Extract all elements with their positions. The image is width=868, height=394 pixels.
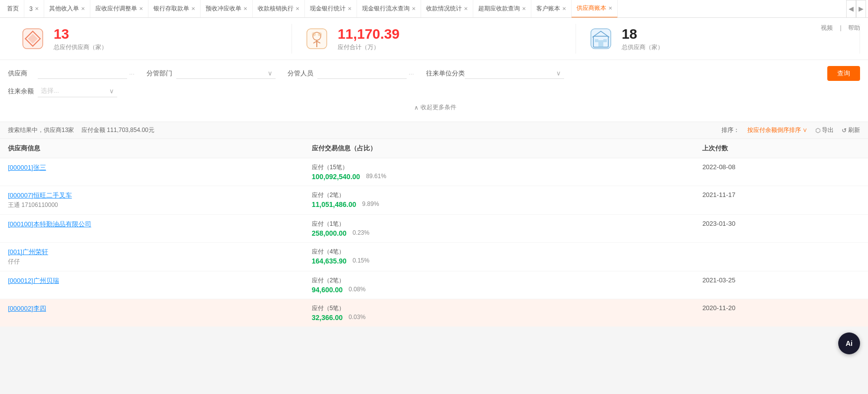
supplier-dots-icon[interactable]: ··· xyxy=(129,70,135,77)
right-actions: 排序： 按应付余额倒序排序 ∨ ⬡ 导出 ↺ 刷新 xyxy=(722,126,860,134)
person-input[interactable] xyxy=(317,68,407,79)
tx-amount[interactable]: 164,635.90 xyxy=(312,257,347,265)
refresh-label: 刷新 xyxy=(848,126,860,134)
nav-tab-ar-ap-adjust[interactable]: 应收应付调整单 ✕ xyxy=(90,0,148,18)
close-icon[interactable]: ✕ xyxy=(191,6,195,11)
category-dropdown-icon: ∨ xyxy=(556,69,561,77)
nav-tab-3[interactable]: 3 ✕ xyxy=(24,0,44,18)
collapse-button[interactable]: ∧ 收起更多条件 xyxy=(8,101,860,114)
supplier-table: 供应商信息 应付交易信息（占比） 上次付数 [000001]张三应付（15笔）1… xyxy=(0,139,868,327)
supplier-input[interactable] xyxy=(38,68,127,79)
close-icon[interactable]: ✕ xyxy=(81,6,85,11)
close-icon[interactable]: ✕ xyxy=(522,6,526,11)
tx-amount[interactable]: 32,366.00 xyxy=(312,314,343,322)
dept-select[interactable]: ∨ xyxy=(176,68,276,79)
nav-arrows: ◀ ▶ xyxy=(846,0,866,18)
nav-tab-cash-bank-stat[interactable]: 现金银行统计 ✕ xyxy=(305,0,357,18)
tx-label: 应付（4笔） xyxy=(312,248,687,256)
nav-tab-prepay-label: 预收冲应收单 xyxy=(206,4,241,13)
nav-tab-collect-stat[interactable]: 收款情况统计 ✕ xyxy=(421,0,473,18)
close-icon[interactable]: ✕ xyxy=(412,6,416,11)
table-row: [000001]张三应付（15笔）100,092,540.0089.61%202… xyxy=(0,158,868,186)
supplier-link[interactable]: [000012]广州贝瑞 xyxy=(8,277,59,284)
supplier-link[interactable]: [000100]本特勤油品有限公司 xyxy=(8,220,91,228)
separator: ｜ xyxy=(838,24,844,31)
supplier-link[interactable]: [000007]恒旺二手叉车 xyxy=(8,192,72,199)
tx-amount[interactable]: 258,000.00 xyxy=(312,229,347,237)
supplier-sub-info: 仔仔 xyxy=(8,258,296,266)
payable-suppliers-label: 总应付供应商（家） xyxy=(54,43,107,52)
supplier-info-cell: [000007]恒旺二手叉车王通 17106110000 xyxy=(0,186,304,215)
supplier-info-cell: [000001]张三 xyxy=(0,158,304,186)
nav-tab-home-label: 首页 xyxy=(7,4,19,13)
help-link[interactable]: 帮助 xyxy=(848,24,860,31)
nav-tab-3-label: 3 xyxy=(29,5,33,12)
payable-suppliers-value: 13 xyxy=(54,26,107,42)
collapse-icon: ∧ xyxy=(414,104,419,111)
balance-dropdown-icon: ∨ xyxy=(109,87,114,95)
close-icon[interactable]: ✕ xyxy=(295,6,299,11)
payable-total-label: 应付合计（万） xyxy=(338,43,400,52)
total-suppliers-label: 总供应商（家） xyxy=(622,43,663,52)
nav-tab-home[interactable]: 首页 xyxy=(2,0,24,18)
table-row: [001]广州荣轩仔仔应付（4笔）164,635.900.15% xyxy=(0,243,868,271)
supplier-info-cell: [000002]李四 xyxy=(0,299,304,327)
close-icon[interactable]: ✕ xyxy=(608,5,612,11)
video-link[interactable]: 视频 xyxy=(821,24,833,31)
balance-select[interactable]: 选择... ∨ xyxy=(38,85,117,97)
close-icon[interactable]: ✕ xyxy=(35,6,39,11)
refresh-button[interactable]: ↺ 刷新 xyxy=(842,126,860,134)
export-button[interactable]: ⬡ 导出 xyxy=(815,126,834,134)
table-body: [000001]张三应付（15笔）100,092,540.0089.61%202… xyxy=(0,158,868,327)
filter-person: 分管人员 ··· xyxy=(288,68,414,79)
tx-amount[interactable]: 94,600.00 xyxy=(312,286,343,294)
nav-tab-other-income[interactable]: 其他收入单 ✕ xyxy=(44,0,90,18)
svg-rect-12 xyxy=(598,40,603,47)
nav-tab-cash-bank-flow[interactable]: 现金银行流水查询 ✕ xyxy=(357,0,421,18)
table-row: [000002]李四应付（5笔）32,366.000.03%2020-11-20 xyxy=(0,299,868,327)
tx-percent: 0.03% xyxy=(349,314,365,321)
last-pay-cell: 2023-01-30 xyxy=(694,215,868,243)
category-select[interactable]: ∨ xyxy=(465,68,564,79)
tx-info-cell: 应付（2笔）94,600.000.08% xyxy=(304,271,695,299)
tx-amount[interactable]: 100,092,540.00 xyxy=(312,173,360,181)
close-icon[interactable]: ✕ xyxy=(243,6,247,11)
supplier-link[interactable]: [001]广州荣轩 xyxy=(8,248,48,256)
tx-percent: 89.61% xyxy=(366,173,386,180)
nav-tab-overdue-collect[interactable]: 超期应收款查询 ✕ xyxy=(473,0,531,18)
close-icon[interactable]: ✕ xyxy=(348,6,352,11)
results-amount: 应付金额 111,703,854.00元 xyxy=(81,126,154,134)
person-dots-icon[interactable]: ··· xyxy=(409,70,414,77)
close-icon[interactable]: ✕ xyxy=(139,6,143,11)
summary-total-suppliers: 18 总供应商（家） xyxy=(576,24,860,54)
tx-info-cell: 应付（2笔）11,051,486.009.89% xyxy=(304,186,695,215)
tx-percent: 0.15% xyxy=(353,257,369,264)
summary-bar: 13 总应付供应商（家） 11,170.39 应付合计（万） xyxy=(0,18,868,60)
filter-row-1: 供应商 ··· 分管部门 ∨ 分管人员 ··· 往来单位分类 ∨ 查询 xyxy=(8,66,860,81)
close-icon[interactable]: ✕ xyxy=(562,6,566,11)
supplier-link[interactable]: [000002]李四 xyxy=(8,305,46,312)
nav-tab-customer-account[interactable]: 客户账本 ✕ xyxy=(531,0,572,18)
summary-payable-suppliers-info: 13 总应付供应商（家） xyxy=(54,26,107,52)
tx-amount-row: 11,051,486.009.89% xyxy=(312,199,687,208)
nav-tab-bank-deposit-label: 银行存取款单 xyxy=(153,4,189,13)
tx-amount-row: 164,635.900.15% xyxy=(312,256,687,265)
close-icon[interactable]: ✕ xyxy=(464,6,468,11)
sort-select[interactable]: 按应付余额倒序排序 ∨ xyxy=(747,126,807,134)
table-row: [000100]本特勤油品有限公司应付（1笔）258,000.000.23%20… xyxy=(0,215,868,243)
tx-amount[interactable]: 11,051,486.00 xyxy=(312,200,357,208)
nav-arrow-right[interactable]: ▶ xyxy=(856,0,866,18)
nav-tab-collect-verify[interactable]: 收款核销执行 ✕ xyxy=(253,0,305,18)
supplier-link[interactable]: [000001]张三 xyxy=(8,164,46,171)
nav-tab-supplier-account[interactable]: 供应商账本 ✕ xyxy=(572,0,618,18)
payable-total-value: 11,170.39 xyxy=(338,26,400,42)
nav-tab-prepay-collect[interactable]: 预收冲应收单 ✕ xyxy=(201,0,253,18)
nav-tab-bank-deposit[interactable]: 银行存取款单 ✕ xyxy=(148,0,201,18)
summary-payable-total-info: 11,170.39 应付合计（万） xyxy=(338,26,400,52)
table-header: 供应商信息 应付交易信息（占比） 上次付数 xyxy=(0,139,868,158)
wheat-icon xyxy=(302,24,332,54)
tx-label: 应付（2笔） xyxy=(312,276,687,285)
last-pay-cell: 2022-08-08 xyxy=(694,158,868,186)
nav-arrow-left[interactable]: ◀ xyxy=(846,0,856,18)
search-button[interactable]: 查询 xyxy=(827,66,860,81)
